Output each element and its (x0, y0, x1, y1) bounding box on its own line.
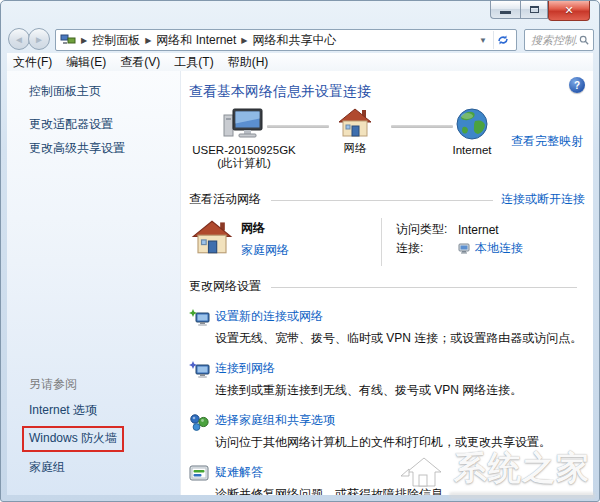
help-icon: ? (574, 80, 580, 91)
menu-edit[interactable]: 编辑(E) (66, 54, 106, 71)
menu-view[interactable]: 查看(V) (120, 54, 160, 71)
page-title: 查看基本网络信息并设置连接 (189, 83, 371, 101)
internet-node-label: Internet (453, 144, 492, 156)
network-location-icon (60, 34, 76, 47)
annotation-red-box: Windows 防火墙 (22, 426, 124, 452)
menu-bar: 文件(F) 编辑(E) 查看(V) 工具(T) 帮助(H) (7, 53, 593, 72)
vertical-divider (381, 218, 382, 266)
breadcrumb-separator-icon: ▶ (241, 36, 247, 45)
troubleshoot-desc: 诊断并修复网络问题，或获得故障排除信息。 (215, 486, 455, 495)
task-homegroup-sharing: 选择家庭组和共享选项 访问位于其他网络计算机上的文件和打印机，或更改共享设置。 (189, 412, 585, 451)
active-networks-header: 查看活动网络 连接或断开连接 (189, 191, 585, 208)
sidebar-item-change-adapter-settings[interactable]: 更改适配器设置 (29, 116, 180, 133)
map-node-internet[interactable]: Internet (437, 107, 507, 156)
connect-to-network-desc: 连接到或重新连接到无线、有线、拨号或 VPN 网络连接。 (215, 382, 522, 399)
close-button[interactable]: ✕ (548, 1, 590, 21)
minimize-icon (500, 11, 511, 14)
connect-disconnect-link[interactable]: 连接或断开连接 (501, 191, 585, 208)
access-type-label: 访问类型: (396, 221, 458, 238)
local-connection-icon (458, 243, 470, 254)
homegroup-icon (189, 413, 210, 432)
sidebar-item-windows-firewall[interactable]: Windows 防火墙 (29, 431, 117, 445)
connect-to-network-link[interactable]: 连接到网络 (215, 361, 275, 375)
see-also-header: 另请参阅 (29, 376, 180, 393)
active-networks-title: 查看活动网络 (189, 191, 261, 208)
search-icon[interactable] (579, 34, 589, 46)
minimize-button[interactable] (490, 1, 520, 19)
address-dropdown-icon[interactable]: ▼ (479, 36, 487, 45)
network-sharing-center-window: ✕ ◄ ► ▶ 控制面板 ▶ 网络和 Internet ▶ 网络和共享中心 ▼ (0, 0, 600, 502)
menu-tools[interactable]: 工具(T) (174, 54, 213, 71)
network-node-label: 网络 (344, 141, 367, 156)
access-type-value: Internet (458, 223, 499, 237)
refresh-button[interactable] (493, 31, 512, 49)
new-connection-icon (189, 309, 211, 328)
see-also-section: 另请参阅 Internet 选项 Windows 防火墙 家庭组 (7, 376, 180, 483)
task-connect-to-network: 连接到网络 连接到或重新连接到无线、有线、拨号或 VPN 网络连接。 (189, 360, 585, 399)
main-panel: 查看基本网络信息并设置连接 ? USER-20150925GK (181, 71, 593, 495)
breadcrumb-network-internet[interactable]: 网络和 Internet (156, 32, 236, 49)
troubleshoot-link[interactable]: 疑难解答 (215, 465, 263, 479)
local-connection-link[interactable]: 本地连接 (475, 240, 523, 257)
map-connector-line (267, 125, 329, 128)
active-network-card: 网络 家庭网络 访问类型: Internet 连接: (191, 218, 585, 266)
change-settings-header: 更改网络设置 (189, 278, 585, 295)
sidebar: 控制面板主页 更改适配器设置 更改高级共享设置 另请参阅 Internet 选项… (7, 71, 181, 495)
maximize-icon (530, 6, 539, 13)
homegroup-options-link[interactable]: 选择家庭组和共享选项 (215, 413, 335, 427)
setup-new-connection-desc: 设置无线、宽带、拨号、临时或 VPN 连接；或设置路由器或访问点。 (215, 330, 582, 347)
sidebar-item-control-panel-home[interactable]: 控制面板主页 (29, 83, 180, 100)
house-icon (337, 107, 373, 138)
breadcrumb-control-panel[interactable]: 控制面板 (92, 32, 140, 49)
forward-button[interactable]: ► (28, 28, 50, 50)
forward-icon: ► (34, 34, 44, 45)
breadcrumb-separator-icon: ▶ (145, 36, 151, 45)
setup-new-connection-link[interactable]: 设置新的连接或网络 (215, 309, 323, 323)
house-icon (191, 218, 233, 256)
content-area: 控制面板主页 更改适配器设置 更改高级共享设置 另请参阅 Internet 选项… (7, 71, 593, 495)
sidebar-item-homegroup[interactable]: 家庭组 (29, 459, 180, 476)
computer-sub-label: (此计算机) (217, 156, 271, 171)
address-row: ◄ ► ▶ 控制面板 ▶ 网络和 Internet ▶ 网络和共享中心 ▼ (1, 27, 599, 53)
task-setup-new-connection: 设置新的连接或网络 设置无线、宽带、拨号、临时或 VPN 连接；或设置路由器或访… (189, 308, 585, 347)
search-box[interactable] (524, 29, 594, 51)
network-map: USER-20150925GK (此计算机) 网络 (189, 105, 585, 185)
globe-icon (455, 107, 489, 141)
window-controls: ✕ (490, 1, 590, 21)
back-icon: ◄ (14, 34, 24, 45)
breadcrumb-network-sharing-center[interactable]: 网络和共享中心 (253, 32, 337, 49)
help-button[interactable]: ? (569, 77, 585, 93)
menu-file[interactable]: 文件(F) (13, 54, 52, 71)
address-bar[interactable]: ▶ 控制面板 ▶ 网络和 Internet ▶ 网络和共享中心 ▼ (55, 29, 517, 51)
change-settings-title: 更改网络设置 (189, 278, 261, 295)
map-node-computer[interactable]: USER-20150925GK (此计算机) (185, 107, 303, 171)
troubleshoot-icon (189, 465, 209, 482)
breadcrumb-separator-icon: ▶ (81, 36, 87, 45)
sidebar-item-change-advanced-sharing[interactable]: 更改高级共享设置 (29, 140, 180, 157)
back-button[interactable]: ◄ (8, 28, 30, 50)
menu-help[interactable]: 帮助(H) (228, 54, 269, 71)
search-input[interactable] (529, 33, 579, 47)
view-full-map-link[interactable]: 查看完整映射 (511, 133, 583, 150)
connect-network-icon (189, 361, 211, 380)
connection-label: 连接: (396, 240, 458, 257)
section-divider (271, 287, 577, 288)
maximize-button[interactable] (520, 1, 548, 19)
section-divider (271, 200, 493, 201)
task-troubleshoot: 疑难解答 诊断并修复网络问题，或获得故障排除信息。 (189, 464, 585, 495)
map-node-network[interactable]: 网络 (323, 107, 387, 156)
close-icon: ✕ (564, 4, 573, 17)
refresh-icon (497, 34, 509, 46)
homegroup-options-desc: 访问位于其他网络计算机上的文件和打印机，或更改共享设置。 (215, 434, 551, 451)
active-network-name: 网络 (241, 220, 381, 237)
home-network-link[interactable]: 家庭网络 (241, 243, 289, 257)
sidebar-item-internet-options[interactable]: Internet 选项 (29, 402, 180, 419)
computer-icon (221, 107, 267, 141)
computer-name-label: USER-20150925GK (192, 144, 296, 156)
